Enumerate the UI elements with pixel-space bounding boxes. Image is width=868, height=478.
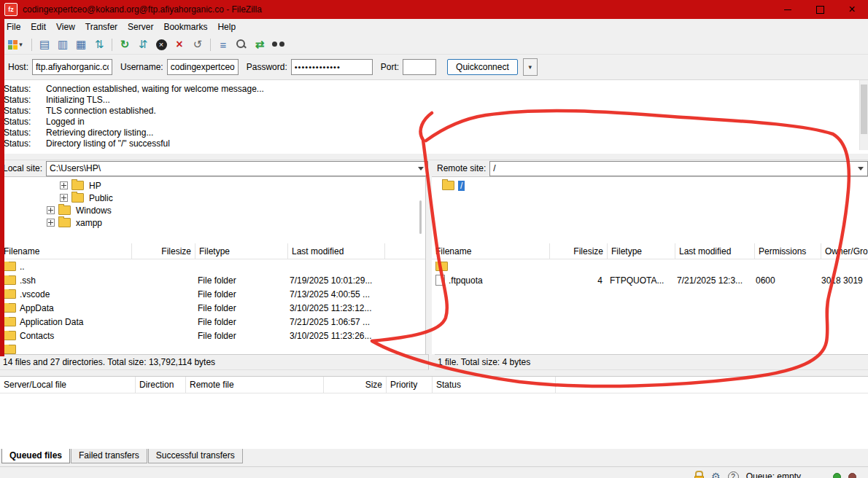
toggle-remote-tree-icon[interactable]: ▦ xyxy=(72,36,90,52)
toggle-log-icon[interactable]: ▤ xyxy=(36,36,53,52)
chevron-down-icon: ▾ xyxy=(19,41,23,48)
compare-icon[interactable] xyxy=(233,36,250,52)
disconnect-icon[interactable]: × xyxy=(171,36,188,52)
menu-bookmarks[interactable]: Bookmarks xyxy=(158,20,212,34)
column-header-filename[interactable]: Filename xyxy=(432,243,550,259)
filter-icon[interactable]: ≡ xyxy=(214,36,232,52)
local-site-combo[interactable]: C:\Users\HP\ xyxy=(46,161,428,176)
menu-file[interactable]: File xyxy=(1,20,26,34)
column-header-size[interactable]: Size xyxy=(324,377,387,393)
log-line: Status:TLS connection established. xyxy=(0,106,868,117)
toggle-local-tree-icon[interactable]: ▥ xyxy=(54,36,71,52)
panel-divider[interactable] xyxy=(428,160,434,176)
column-header-permissions[interactable]: Permissions xyxy=(755,243,821,259)
column-header-filler xyxy=(556,377,868,393)
help-icon[interactable]: ? xyxy=(728,471,739,478)
cancel-icon[interactable]: × xyxy=(152,36,170,52)
file-name: .ssh xyxy=(20,275,36,286)
file-modified: 7/21/2025 1:06:57 ... xyxy=(286,317,382,327)
tab-successful-transfers[interactable]: Successful transfers xyxy=(148,449,243,463)
site-manager-button[interactable]: ▾ xyxy=(3,36,28,52)
column-header-server-local-file[interactable]: Server/Local file xyxy=(0,377,136,393)
local-row-application-data[interactable]: Application Data File folder 7/21/2025 1… xyxy=(0,315,425,329)
column-header-last-modified[interactable]: Last modified xyxy=(675,243,755,259)
password-input[interactable] xyxy=(291,59,373,75)
column-header-filename[interactable]: Filename xyxy=(0,243,132,259)
panel-divider[interactable] xyxy=(426,243,432,354)
process-queue-icon[interactable]: ⇵ xyxy=(134,36,152,52)
file-name: Application Data xyxy=(20,317,83,327)
tree-item-public[interactable]: Public xyxy=(0,192,425,204)
column-header-remote-file[interactable]: Remote file xyxy=(186,377,324,393)
menu-server[interactable]: Server xyxy=(123,20,158,34)
toggle-queue-icon[interactable]: ⇅ xyxy=(90,36,108,52)
menu-help[interactable]: Help xyxy=(212,20,241,34)
file-modified: 7/21/2025 12:3... xyxy=(673,275,752,286)
column-header-priority[interactable]: Priority xyxy=(387,377,433,393)
local-row-partial[interactable] xyxy=(0,342,425,354)
queue-header: Server/Local file Direction Remote file … xyxy=(0,376,868,393)
reconnect-icon[interactable]: ↺ xyxy=(189,36,206,52)
local-row-parent[interactable]: .. xyxy=(0,259,425,273)
expand-icon[interactable] xyxy=(60,181,68,189)
remote-row-ftpquota[interactable]: .ftpquota 4 FTPQUOTA... 7/21/2025 12:3..… xyxy=(432,273,868,287)
quickconnect-dropdown-button[interactable]: ▾ xyxy=(523,58,538,76)
close-button[interactable]: × xyxy=(836,0,868,19)
local-row-vscode[interactable]: .vscode File folder 7/13/2025 4:00:55 ..… xyxy=(0,287,425,301)
site-bars: Local site: C:\Users\HP\ Remote site: / xyxy=(0,160,868,176)
local-row-ssh[interactable]: .ssh File folder 7/19/2025 10:01:29... xyxy=(0,273,425,287)
maximize-button[interactable] xyxy=(804,0,836,19)
username-input[interactable] xyxy=(167,59,239,75)
local-row-contacts[interactable]: Contacts File folder 3/10/2025 11:23:26.… xyxy=(0,329,425,342)
column-header-filetype[interactable]: Filetype xyxy=(195,243,288,259)
find-files-icon[interactable] xyxy=(269,36,287,52)
log-scrollbar-thumb[interactable] xyxy=(861,85,867,134)
tree-item-hp[interactable]: HP xyxy=(0,179,425,192)
file-type: File folder xyxy=(194,331,286,341)
window-title: codingexpertceo@kokand.org@ftp.afiyahorg… xyxy=(23,4,772,15)
local-row-appdata[interactable]: AppData File folder 3/10/2025 11:23:12..… xyxy=(0,301,425,315)
column-header-status[interactable]: Status xyxy=(433,377,556,393)
refresh-icon[interactable]: ↻ xyxy=(116,36,133,52)
tab-queued-files[interactable]: Queued files xyxy=(1,449,70,463)
status-bar: ⚙ ? Queue: empty xyxy=(0,466,868,478)
expand-icon[interactable] xyxy=(47,206,55,214)
remote-site-combo[interactable]: / xyxy=(489,161,868,176)
menu-view[interactable]: View xyxy=(51,20,80,34)
minimize-button[interactable] xyxy=(772,0,804,19)
expand-icon[interactable] xyxy=(47,219,55,227)
log-message: Directory listing of "/" successful xyxy=(46,138,170,149)
column-header-filetype[interactable]: Filetype xyxy=(608,243,675,259)
splitter[interactable] xyxy=(0,154,868,160)
log-scrollbar[interactable] xyxy=(859,80,868,150)
column-header-owner-group[interactable]: Owner/Group xyxy=(821,243,868,259)
panel-divider[interactable] xyxy=(426,176,432,243)
tree-item-xampp[interactable]: xampp xyxy=(0,216,425,229)
local-rows: .. .ssh File folder 7/19/2025 10:01:29..… xyxy=(0,259,425,354)
column-header-filesize[interactable]: Filesize xyxy=(550,243,608,259)
quickconnect-button[interactable]: Quickconnect xyxy=(447,59,518,75)
sync-browsing-icon[interactable]: ⇄ xyxy=(251,36,268,52)
column-header-direction[interactable]: Direction xyxy=(136,377,186,393)
gear-icon[interactable]: ⚙ xyxy=(711,471,721,478)
toolbar-separator xyxy=(210,39,211,51)
tree-item-windows[interactable]: Windows xyxy=(0,204,425,216)
local-tree-scrollbar[interactable] xyxy=(419,200,422,234)
folder-icon xyxy=(435,262,448,271)
minimize-icon xyxy=(784,9,791,10)
expand-icon[interactable] xyxy=(60,194,68,202)
splitter[interactable] xyxy=(0,370,868,376)
remote-row-folder[interactable] xyxy=(432,259,868,273)
folder-icon xyxy=(4,275,16,285)
column-header-filesize[interactable]: Filesize xyxy=(132,243,195,259)
remote-site-bar: Remote site: / xyxy=(434,160,868,176)
tab-failed-transfers[interactable]: Failed transfers xyxy=(71,449,147,463)
column-header-last-modified[interactable]: Last modified xyxy=(288,243,385,259)
menu-transfer[interactable]: Transfer xyxy=(80,20,123,34)
host-input[interactable] xyxy=(32,59,112,75)
tree-item-root[interactable]: / xyxy=(432,179,868,192)
tree-item-label: Windows xyxy=(74,205,113,216)
port-input[interactable] xyxy=(403,59,436,75)
menu-edit[interactable]: Edit xyxy=(26,20,51,34)
lock-icon[interactable] xyxy=(694,471,704,478)
